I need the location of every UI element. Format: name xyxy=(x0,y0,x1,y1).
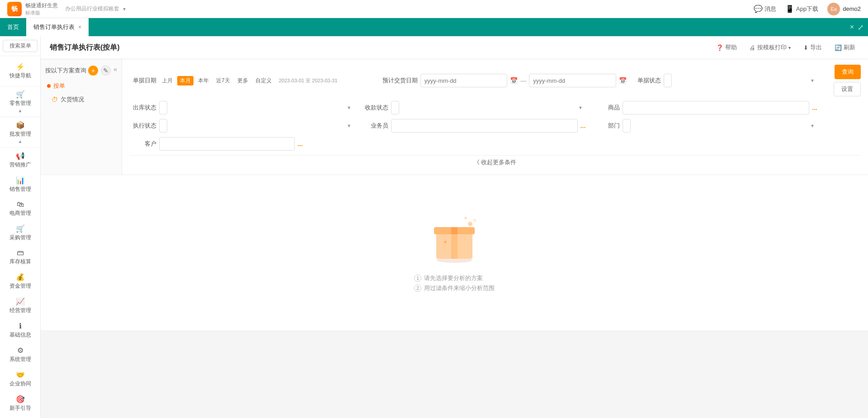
sidebar-item-purchase[interactable]: 🛒 采购管理 xyxy=(0,221,40,245)
help-button[interactable]: ❓ 帮助 xyxy=(712,42,741,53)
salesman-input[interactable] xyxy=(391,119,578,133)
goods-input[interactable] xyxy=(623,101,809,114)
sidebar-item-finance[interactable]: 💰 资金管理 xyxy=(0,269,40,294)
refresh-button[interactable]: 🔄 刷新 xyxy=(831,42,859,53)
filter-row-3: 执行状态 业务员 ... xyxy=(129,119,861,133)
predict-date-start[interactable] xyxy=(420,74,507,87)
calendar-icon-2[interactable]: 📅 xyxy=(619,77,627,84)
sidebar-item-wholesale[interactable]: 📦 批发管理 ▲ xyxy=(0,117,40,147)
search-menu-button[interactable]: 搜索菜单 xyxy=(3,40,38,52)
customer-label: 客户 xyxy=(129,140,156,148)
sidebar-item-basic-info[interactable]: ℹ 基础信息 xyxy=(0,318,40,342)
doc-status-select-wrapper xyxy=(664,74,817,87)
refresh-icon: 🔄 xyxy=(835,44,842,51)
customer-field: 客户 ... xyxy=(129,137,356,151)
sidebar-item-inventory[interactable]: 🗃 库存核算 xyxy=(0,245,40,269)
doc-date-field: 单据日期 上月 本月 本年 近7天 更多 自定义 2023-03-01 至 20… xyxy=(129,76,374,86)
sidebar-item-system[interactable]: ⚙ 系统管理 xyxy=(0,342,40,367)
content-area: 销售订单执行表(按单) ❓ 帮助 🖨 按模板打印 ▾ ⬇ 导出 🔄 刷新 xyxy=(41,36,868,418)
goods-label: 商品 xyxy=(593,104,620,112)
dept-field: 部门 xyxy=(593,119,817,133)
sidebar-item-sales[interactable]: 📊 销售管理 xyxy=(0,172,40,197)
user-name: demo2 xyxy=(843,5,861,12)
export-button[interactable]: ⬇ 导出 xyxy=(800,42,826,53)
dept-label: 部门 xyxy=(593,122,620,130)
print-button[interactable]: 🖨 按模板打印 ▾ xyxy=(746,42,794,53)
sidebar-item-retail[interactable]: 🛒 零售管理 ▲ xyxy=(0,86,40,117)
date-tab-7days[interactable]: 近7天 xyxy=(213,76,233,86)
collect-status-label: 收款状态 xyxy=(361,104,388,112)
filter-option-shortage[interactable]: ⏱ 欠货情况 xyxy=(41,93,122,106)
main-layout: 搜索菜单 ⚡ 快捷导航 🛒 零售管理 ▲ 📦 批发管理 ▲ 📢 营销推广 xyxy=(0,36,868,418)
sidebar-group-retail: 🛒 零售管理 ▲ xyxy=(0,86,40,117)
tab-close-icon[interactable]: × xyxy=(78,24,81,30)
sidebar-search-area: 搜索菜单 xyxy=(0,36,40,56)
date-tab-last-month[interactable]: 上月 xyxy=(159,76,175,86)
page-actions: ❓ 帮助 🖨 按模板打印 ▾ ⬇ 导出 🔄 刷新 xyxy=(712,42,859,53)
collapse-button[interactable]: « xyxy=(113,66,117,76)
dept-select[interactable] xyxy=(623,119,631,133)
app-download-button[interactable]: 📱 App下载 xyxy=(785,5,818,13)
window-max-icon[interactable]: ⤢ xyxy=(858,23,863,32)
quick-nav-icon: ⚡ xyxy=(16,62,25,71)
add-scheme-button[interactable]: + xyxy=(88,66,98,76)
collect-status-select[interactable] xyxy=(391,101,399,114)
tab-bar-right: × ⤢ xyxy=(850,18,868,36)
operations-icon: 📈 xyxy=(16,297,25,306)
app-info: 畅捷通好生意 标准版 xyxy=(25,2,58,16)
search-actions: 查询 设置 xyxy=(825,65,861,96)
user-area[interactable]: Ea demo2 xyxy=(827,3,861,15)
retail-icon: 🛒 xyxy=(16,90,25,99)
date-tabs: 上月 本月 本年 近7天 更多 自定义 xyxy=(159,76,274,86)
sidebar: 搜索菜单 ⚡ 快捷导航 🛒 零售管理 ▲ 📦 批发管理 ▲ 📢 营销推广 xyxy=(0,36,41,418)
settings-button[interactable]: 设置 xyxy=(834,82,861,96)
tab-home[interactable]: 首页 xyxy=(0,18,26,36)
topbar: 畅 畅捷通好生意 标准版 办公用品行业模拟账套 ▾ 💬 消息 📱 App下载 E… xyxy=(0,0,868,18)
salesman-ellipsis-button[interactable]: ... xyxy=(580,122,586,129)
doc-status-select[interactable] xyxy=(664,74,672,87)
marketing-icon: 📢 xyxy=(16,152,25,160)
tab-sales-order[interactable]: 销售订单执行表 × xyxy=(26,18,89,36)
sidebar-item-onboarding[interactable]: 🎯 新手引导 xyxy=(0,391,40,416)
page-title: 销售订单执行表(按单) xyxy=(50,43,120,52)
clock-icon: ⏱ xyxy=(52,96,58,103)
predict-date-end[interactable] xyxy=(529,74,616,87)
goods-ellipsis-button[interactable]: ... xyxy=(812,104,817,111)
predict-date-label: 预计交货日期 xyxy=(382,76,418,85)
filter-section: 按以下方案查询 + ✎ « 按单 xyxy=(41,59,868,175)
calendar-icon-1[interactable]: 📅 xyxy=(510,77,518,84)
goods-field: 商品 ... xyxy=(593,101,817,114)
date-tab-this-year[interactable]: 本年 xyxy=(195,76,212,86)
filter-option-order[interactable]: 按单 xyxy=(41,79,122,93)
empty-state: 1 请先选择要分析的方案 2 用过滤条件来缩小分析范围 xyxy=(41,175,868,330)
message-button[interactable]: 💬 消息 xyxy=(754,5,776,13)
basic-info-icon: ℹ xyxy=(19,322,22,330)
date-tab-more[interactable]: 更多 xyxy=(235,76,251,86)
customer-input[interactable] xyxy=(159,137,295,151)
date-tab-this-month[interactable]: 本月 xyxy=(177,76,193,86)
sidebar-item-operations[interactable]: 📈 经营管理 xyxy=(0,294,40,318)
empty-tip-1: 1 请先选择要分析的方案 xyxy=(414,274,495,282)
empty-tip-2: 2 用过滤条件来缩小分析范围 xyxy=(414,284,495,292)
collapse-conditions-button[interactable]: 《 收起更多条件 xyxy=(129,155,861,169)
sidebar-item-ecommerce[interactable]: 🛍 电商管理 xyxy=(0,197,40,221)
svg-point-7 xyxy=(468,222,472,226)
sidebar-item-marketing[interactable]: 📢 营销推广 xyxy=(0,148,40,172)
sidebar-quick-nav: ⚡ 快捷导航 xyxy=(0,56,40,86)
out-status-select[interactable] xyxy=(159,101,167,114)
breadcrumb-arrow[interactable]: ▾ xyxy=(123,6,126,12)
filter-left-header: 按以下方案查询 + ✎ « xyxy=(41,64,122,79)
sales-icon: 📊 xyxy=(16,176,25,185)
search-button[interactable]: 查询 xyxy=(835,65,861,79)
edit-scheme-button[interactable]: ✎ xyxy=(101,66,111,76)
sidebar-item-collab[interactable]: 🤝 企业协同 xyxy=(0,367,40,391)
exec-status-select[interactable] xyxy=(159,119,167,133)
exec-status-select-wrapper xyxy=(159,119,354,133)
date-tab-custom[interactable]: 自定义 xyxy=(253,76,274,86)
avatar: Ea xyxy=(827,3,840,15)
exec-status-field: 执行状态 xyxy=(129,119,354,133)
sidebar-item-quick-nav[interactable]: ⚡ 快捷导航 xyxy=(0,59,40,83)
sidebar-item-app-center[interactable]: 📱 应用中心 xyxy=(0,416,40,418)
customer-ellipsis-button[interactable]: ... xyxy=(297,140,303,147)
window-close-icon[interactable]: × xyxy=(850,23,854,31)
